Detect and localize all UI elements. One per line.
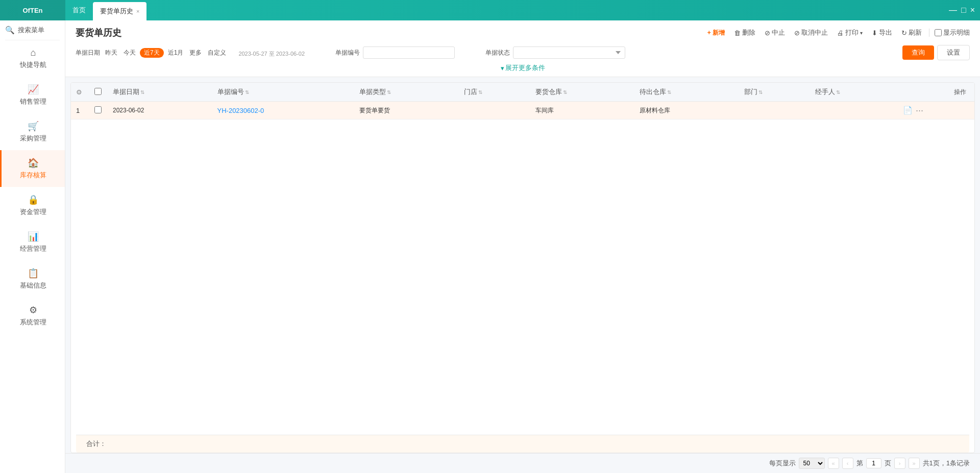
row-pending-warehouse-cell: 原材料仓库 (634, 102, 739, 120)
row-checkbox[interactable] (94, 106, 102, 113)
req-warehouse-sort-icon[interactable]: ⇅ (563, 89, 567, 95)
minimize-button[interactable]: — (949, 6, 957, 15)
column-settings-icon[interactable]: ⚙ (76, 88, 82, 96)
stop-icon: ⊘ (765, 29, 770, 37)
shortcut-custom[interactable]: 自定义 (206, 48, 228, 58)
sidebar-item-basic-info[interactable]: 📋 基础信息 (0, 261, 65, 297)
handler-sort-icon[interactable]: ⇅ (836, 89, 840, 95)
view-action-icon[interactable]: 📄 (903, 106, 913, 115)
toolbar: + 新增 🗑 删除 ⊘ 中止 ⊘ 取消中止 🖨 打 (705, 27, 970, 38)
sys-mgmt-icon: ⚙ (29, 304, 37, 316)
cancel-stop-icon: ⊘ (794, 29, 800, 37)
expand-icon: ▾ (501, 64, 504, 72)
shortcut-today[interactable]: 今天 (121, 48, 138, 58)
show-detail-button[interactable]: 显示明细 (935, 28, 970, 37)
data-table: ⚙ 单据日期⇅ 单据编号⇅ 单 (71, 83, 974, 120)
settings-button[interactable]: 设置 (937, 45, 970, 60)
shortcut-1month[interactable]: 近1月 (166, 48, 186, 58)
order-no-input[interactable] (363, 46, 455, 59)
search-menu-item[interactable]: 🔍 搜索菜单 (5, 20, 60, 40)
status-select[interactable]: 全部 待审核 已审核 已完成 已中止 (513, 46, 625, 59)
stop-button[interactable]: ⊘ 中止 (763, 27, 787, 38)
order-no-sort-icon[interactable]: ⇅ (245, 89, 249, 95)
sidebar-item-purchase-mgmt[interactable]: 🛒 采购管理 (0, 113, 65, 150)
maximize-button[interactable]: □ (961, 6, 966, 15)
pending-warehouse-col-header: 待出仓库⇅ (634, 83, 739, 102)
show-detail-checkbox[interactable] (935, 29, 942, 36)
shortcut-7days[interactable]: 近7天 (140, 48, 164, 58)
tab-home[interactable]: 首页 (65, 0, 93, 20)
date-range-display: 2023-05-27 至 2023-06-02 (238, 49, 305, 58)
department-col-header: 部门⇅ (739, 83, 811, 102)
content-area: 要货单历史 + 新增 🗑 删除 ⊘ 中止 ⊘ 取消中止 (65, 20, 980, 473)
sidebar-item-sys-mgmt[interactable]: ⚙ 系统管理 (0, 297, 65, 334)
quick-nav-icon: ⌂ (31, 48, 36, 58)
table-row: 1 2023-06-02 YH-20230602-0 要货单要货 车间 (71, 102, 974, 120)
purchase-mgmt-icon: 🛒 (28, 121, 39, 132)
store-col-header: 门店⇅ (459, 83, 530, 102)
finance-mgmt-icon: 🔒 (28, 194, 39, 205)
more-action-icon[interactable]: ⋯ (916, 106, 923, 115)
date-sort-icon[interactable]: ⇅ (140, 89, 144, 95)
delete-button[interactable]: 🗑 删除 (732, 27, 757, 38)
prev-page-button[interactable]: ‹ (842, 458, 853, 469)
refresh-icon: ↻ (901, 29, 907, 37)
table-container: ⚙ 单据日期⇅ 单据编号⇅ 单 (70, 82, 975, 453)
page-title-row: 要货单历史 + 新增 🗑 删除 ⊘ 中止 ⊘ 取消中止 (76, 27, 970, 39)
order-no-col-header: 单据编号⇅ (212, 83, 355, 102)
filter-area: 单据日期 昨天 今天 近7天 近1月 更多 自定义 2023-05-27 至 2… (76, 45, 970, 77)
tab-close-icon[interactable]: × (136, 8, 139, 14)
sidebar-item-finance-mgmt[interactable]: 🔒 资金管理 (0, 187, 65, 224)
status-filter: 单据状态 全部 待审核 已审核 已完成 已中止 (485, 46, 625, 59)
pending-warehouse-sort-icon[interactable]: ⇅ (667, 89, 671, 95)
row-handler-cell (810, 102, 898, 120)
print-dropdown-icon: ▾ (860, 30, 863, 36)
select-all-checkbox[interactable] (94, 88, 102, 95)
main-layout: 🔍 搜索菜单 ⌂ 快捷导航 📈 销售管理 🛒 采购管理 🏠 库存核算 🔒 资金管… (0, 20, 980, 473)
sidebar-item-quick-nav[interactable]: ⌂ 快捷导航 (0, 40, 65, 77)
first-page-button[interactable]: « (828, 458, 839, 469)
tab-requisition-history[interactable]: 要货单历史 × (93, 2, 146, 20)
req-warehouse-col-header: 要货仓库⇅ (530, 83, 635, 102)
export-button[interactable]: ⬇ 导出 (870, 27, 894, 38)
sales-mgmt-icon: 📈 (28, 84, 39, 95)
shortcut-yesterday[interactable]: 昨天 (103, 48, 119, 58)
query-button[interactable]: 查询 (902, 45, 934, 60)
cancel-stop-button[interactable]: ⊘ 取消中止 (792, 27, 830, 38)
pagination-total: 共1页，1条记录 (923, 459, 970, 468)
window-controls: — □ × (949, 6, 980, 15)
close-button[interactable]: × (970, 6, 975, 15)
page-title: 要货单历史 (76, 27, 121, 39)
last-page-button[interactable]: » (909, 458, 920, 469)
export-icon: ⬇ (872, 29, 877, 37)
per-page-select[interactable]: 10 20 50 100 (799, 458, 825, 469)
new-button[interactable]: + 新增 (705, 28, 727, 38)
sidebar-item-sales-mgmt[interactable]: 📈 销售管理 (0, 77, 65, 113)
sidebar-item-ops-mgmt[interactable]: 📊 经营管理 (0, 224, 65, 261)
settings-col-header: ⚙ (71, 83, 89, 102)
order-type-sort-icon[interactable]: ⇅ (387, 89, 391, 95)
shortcut-more[interactable]: 更多 (187, 48, 204, 58)
basic-info-icon: 📋 (28, 268, 39, 279)
row-date-cell: 2023-06-02 (108, 102, 212, 120)
date-shortcuts: 昨天 今天 近7天 近1月 更多 自定义 (103, 48, 228, 58)
brand-logo: OfTEn (0, 0, 65, 20)
actions-col-header: 操作 (898, 83, 974, 102)
next-page-button[interactable]: › (894, 458, 905, 469)
row-checkbox-cell (89, 102, 108, 120)
sidebar-item-inventory[interactable]: 🏠 库存核算 (0, 150, 65, 187)
refresh-button[interactable]: ↻ 刷新 (899, 27, 924, 38)
inventory-icon: 🏠 (28, 157, 39, 169)
row-order-no-cell: YH-20230602-0 (212, 102, 355, 120)
store-sort-icon[interactable]: ⇅ (478, 89, 482, 95)
page-input[interactable] (866, 458, 881, 468)
expand-more-button[interactable]: ▾ 展开更多条件 (76, 60, 970, 74)
order-no-link[interactable]: YH-20230602-0 (217, 107, 264, 114)
top-bar: OfTEn 首页 要货单历史 × — □ × (0, 0, 980, 20)
row-actions-cell: 📄 ⋯ (898, 102, 974, 120)
print-button[interactable]: 🖨 打印 ▾ (835, 27, 865, 38)
department-sort-icon[interactable]: ⇅ (758, 89, 763, 95)
table-header-row: ⚙ 单据日期⇅ 单据编号⇅ 单 (71, 83, 974, 102)
sidebar: 🔍 搜索菜单 ⌂ 快捷导航 📈 销售管理 🛒 采购管理 🏠 库存核算 🔒 资金管… (0, 20, 65, 473)
pagination-bar: 每页显示 10 20 50 100 « ‹ 第 页 › » 共1页，1条记录 (65, 453, 980, 473)
